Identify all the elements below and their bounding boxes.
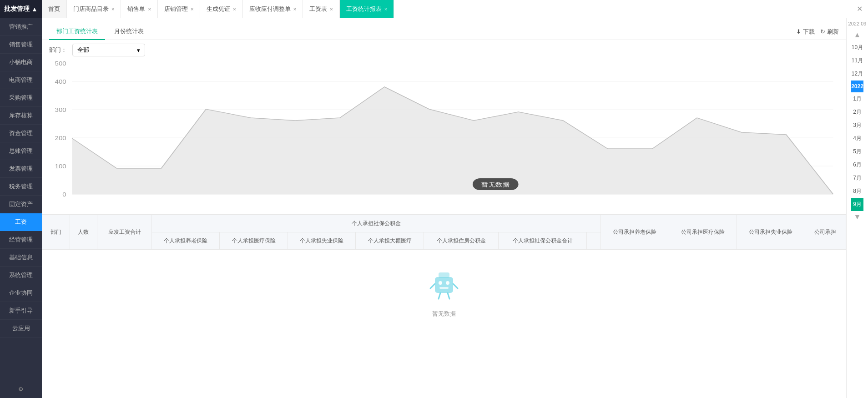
sidebar-item-0[interactable]: 营销推广: [0, 18, 42, 36]
tab-item-2[interactable]: 销售单×: [121, 0, 157, 18]
tab-item-6[interactable]: 工资表×: [303, 0, 339, 18]
date-month-11[interactable]: 8月: [851, 185, 863, 198]
chart-svg-wrap: 0 100 200 300 400 500: [49, 60, 839, 207]
tab-close-2[interactable]: ×: [148, 6, 151, 12]
svg-rect-18: [439, 287, 449, 289]
svg-text:暂无数据: 暂无数据: [481, 181, 510, 187]
sidebar-title: 批发管理: [4, 5, 30, 13]
tab-label-1: 门店商品目录: [73, 5, 109, 13]
refresh-btn[interactable]: ↻ 刷新: [820, 28, 839, 36]
tab-item-1[interactable]: 门店商品目录×: [67, 0, 121, 18]
sidebar-item-10[interactable]: 固定资产: [0, 196, 42, 213]
tab-item-5[interactable]: 应收应付调整单×: [243, 0, 303, 18]
sidebar-item-12[interactable]: 经营管理: [0, 231, 42, 249]
svg-text:0: 0: [62, 191, 66, 197]
settings-icon: ⚙: [18, 386, 24, 393]
sub-tabs: 部门工资统计表月份统计表 ⬇ 下载 ↻ 刷新: [42, 18, 846, 40]
content-main: 部门工资统计表月份统计表 ⬇ 下载 ↻ 刷新 部门： 全部: [42, 18, 846, 398]
sub-tab-0[interactable]: 部门工资统计表: [49, 24, 105, 40]
sidebar-item-14[interactable]: 系统管理: [0, 267, 42, 284]
date-month-12[interactable]: 9月: [851, 198, 863, 211]
filter-dept-value: 全部: [77, 46, 89, 54]
sidebar-item-3[interactable]: 电商管理: [0, 71, 42, 89]
date-down-btn[interactable]: ▼: [852, 211, 863, 223]
tab-label-5: 应收应付调整单: [249, 5, 291, 13]
tab-label-3: 店铺管理: [164, 5, 188, 13]
sub-tab-1[interactable]: 月份统计表: [107, 24, 151, 40]
date-month-2[interactable]: 12月: [851, 67, 863, 81]
tab-bar: 首页门店商品目录×销售单×店铺管理×生成凭证×应收应付调整单×工资表×工资统计报…: [42, 0, 868, 18]
sidebar-item-5[interactable]: 库存核算: [0, 107, 42, 125]
tab-close-4[interactable]: ×: [233, 6, 236, 12]
tab-close-1[interactable]: ×: [111, 6, 114, 12]
sidebar-item-2[interactable]: 小畅电商: [0, 54, 42, 71]
th-personal-housing: 个人承担住房公积金: [424, 232, 498, 250]
empty-label: 暂无数据: [432, 310, 456, 318]
th-company-medical: 公司承担医疗保险: [669, 215, 737, 250]
date-month-7[interactable]: 4月: [851, 132, 863, 145]
sidebar-item-6[interactable]: 资金管理: [0, 125, 42, 142]
svg-line-19: [430, 284, 435, 288]
empty-robot-icon: [426, 268, 462, 304]
th-company-other: 公司承担: [805, 215, 846, 250]
sidebar-item-1[interactable]: 销售管理: [0, 36, 42, 54]
th-personal-social: 个人承担社保公积金: [151, 215, 601, 232]
tab-item-3[interactable]: 店铺管理×: [158, 0, 200, 18]
th-count: 人数: [70, 215, 97, 250]
date-month-5[interactable]: 2月: [851, 106, 863, 119]
th-personal-total: 个人承担社保公积金合计: [499, 232, 587, 250]
date-month-6[interactable]: 3月: [851, 119, 863, 132]
filter-dept-select[interactable]: 全部 ▾: [72, 44, 145, 56]
tab-close-5[interactable]: ×: [293, 6, 296, 12]
date-month-0[interactable]: 10月: [851, 41, 863, 54]
date-month-9[interactable]: 6月: [851, 158, 863, 171]
date-current-year: 2022.09: [848, 18, 868, 29]
date-month-1[interactable]: 11月: [851, 54, 863, 67]
tab-label-0: 首页: [48, 5, 60, 13]
svg-text:500: 500: [55, 60, 67, 66]
svg-text:200: 200: [55, 135, 67, 141]
date-month-3[interactable]: 2022: [851, 81, 863, 92]
svg-line-20: [453, 284, 458, 288]
tab-label-2: 销售单: [127, 5, 145, 13]
download-label: 下载: [803, 28, 815, 36]
th-personal-major-medical: 个人承担大额医疗: [356, 232, 424, 250]
svg-text:400: 400: [55, 79, 67, 85]
th-personal-unemployment: 个人承担失业保险: [288, 232, 356, 250]
tab-item-4[interactable]: 生成凭证×: [200, 0, 242, 18]
download-btn[interactable]: ⬇ 下载: [796, 28, 815, 36]
sidebar-item-8[interactable]: 发票管理: [0, 160, 42, 178]
svg-rect-14: [435, 277, 453, 293]
content: 部门工资统计表月份统计表 ⬇ 下载 ↻ 刷新 部门： 全部: [42, 18, 868, 398]
tab-bar-close-btn[interactable]: ✕: [851, 5, 868, 13]
date-up-btn[interactable]: ▲: [852, 29, 863, 41]
th-dept: 部门: [42, 215, 70, 250]
sidebar-item-9[interactable]: 税务管理: [0, 178, 42, 196]
refresh-icon: ↻: [820, 28, 825, 35]
tab-close-3[interactable]: ×: [191, 6, 193, 12]
svg-point-17: [446, 281, 449, 285]
svg-point-16: [439, 281, 442, 285]
sidebar-footer[interactable]: ⚙: [0, 380, 42, 398]
tab-label-7: 工资统计报表: [346, 5, 382, 13]
sidebar-item-15[interactable]: 企业协同: [0, 284, 42, 302]
sidebar-item-4[interactable]: 采购管理: [0, 89, 42, 107]
empty-state: 暂无数据: [42, 250, 846, 336]
th-salary: 应发工资合计: [97, 215, 152, 250]
sidebar-item-13[interactable]: 基础信息: [0, 249, 42, 267]
tab-close-6[interactable]: ×: [330, 6, 333, 12]
sidebar-item-11[interactable]: 工资: [0, 213, 42, 231]
th-company-pension: 公司承担养老保险: [601, 215, 669, 250]
tab-close-7[interactable]: ×: [384, 6, 387, 12]
svg-marker-11: [72, 87, 833, 194]
sidebar-header[interactable]: 批发管理 ▲: [0, 0, 42, 18]
date-month-8[interactable]: 5月: [851, 145, 863, 158]
sidebar-item-17[interactable]: 云应用: [0, 320, 42, 338]
tab-item-7[interactable]: 工资统计报表×: [340, 0, 394, 18]
sidebar-item-16[interactable]: 新手引导: [0, 302, 42, 320]
sidebar-item-7[interactable]: 总账管理: [0, 142, 42, 160]
date-month-4[interactable]: 1月: [851, 92, 863, 106]
sidebar: 批发管理 ▲ 营销推广销售管理小畅电商电商管理采购管理库存核算资金管理总账管理发…: [0, 0, 42, 398]
date-month-10[interactable]: 7月: [851, 171, 863, 185]
tab-item-0[interactable]: 首页: [42, 0, 67, 18]
